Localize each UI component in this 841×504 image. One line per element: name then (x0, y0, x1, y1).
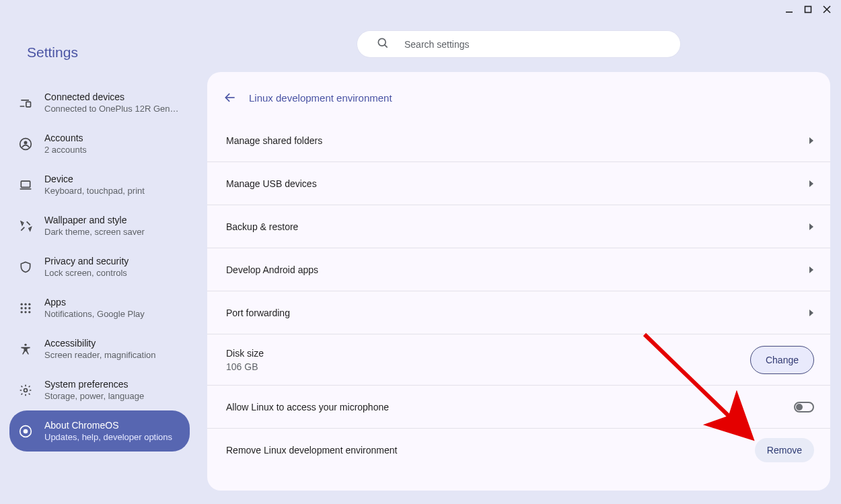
svg-point-18 (24, 388, 28, 392)
sidebar-item-connected-devices[interactable]: Connected devices Connected to OnePlus 1… (9, 82, 190, 123)
panel-title: Linux development environment (249, 92, 392, 104)
svg-marker-26 (809, 223, 813, 230)
sidebar-item-label: System preferences (44, 379, 144, 390)
svg-point-15 (24, 311, 26, 313)
row-disk-size: Disk size 106 GB Change (207, 334, 830, 386)
row-port-forwarding[interactable]: Port forwarding (207, 291, 830, 334)
chrome-icon (19, 425, 32, 438)
chevron-right-icon (809, 137, 814, 144)
sidebar-item-privacy[interactable]: Privacy and security Lock screen, contro… (9, 246, 190, 287)
chevron-right-icon (809, 180, 814, 187)
sidebar: Settings Connected devices Connected to … (0, 19, 195, 504)
microphone-toggle[interactable] (794, 402, 814, 412)
svg-point-20 (24, 429, 28, 433)
row-title: Manage USB devices (226, 178, 317, 189)
window-titlebar (0, 0, 841, 19)
row-manage-usb-devices[interactable]: Manage USB devices (207, 162, 830, 205)
search-bar[interactable] (357, 31, 680, 57)
sidebar-item-label: Connected devices (44, 92, 179, 102)
row-title: Manage shared folders (226, 135, 322, 146)
account-icon (19, 137, 32, 151)
shield-icon (19, 260, 32, 274)
remove-button[interactable]: Remove (755, 438, 814, 462)
row-title: Remove Linux development environment (226, 445, 397, 456)
row-microphone-access: Allow Linux to access your microphone (207, 386, 830, 429)
style-icon (19, 219, 32, 233)
sidebar-item-sub: Lock screen, controls (44, 268, 129, 278)
sidebar-item-label: Privacy and security (44, 256, 129, 266)
row-title: Disk size (226, 348, 264, 359)
svg-point-16 (28, 311, 30, 313)
svg-point-14 (21, 311, 23, 313)
accessibility-icon (19, 343, 32, 356)
svg-point-9 (24, 303, 26, 305)
chevron-right-icon (809, 266, 814, 273)
svg-point-11 (21, 307, 23, 309)
disk-size-value: 106 GB (226, 361, 264, 372)
svg-marker-28 (809, 310, 813, 316)
svg-marker-24 (809, 137, 813, 144)
content-panel: Linux development environment Manage sha… (207, 72, 830, 491)
search-icon (376, 36, 390, 52)
sidebar-item-about[interactable]: About ChromeOS Updates, help, developer … (9, 410, 190, 452)
row-title: Develop Android apps (226, 264, 318, 275)
back-arrow-icon[interactable] (223, 91, 237, 104)
sidebar-item-sub: Storage, power, language (44, 391, 144, 401)
svg-point-5 (24, 141, 28, 144)
sidebar-item-label: Wallpaper and style (44, 215, 145, 225)
row-title: Backup & restore (226, 221, 298, 232)
row-title: Port forwarding (226, 308, 290, 318)
gear-icon (19, 384, 32, 397)
chevron-right-icon (809, 310, 814, 316)
sidebar-item-sub: Screen reader, magnification (44, 350, 155, 360)
svg-point-8 (21, 303, 23, 305)
svg-point-13 (28, 307, 30, 309)
sidebar-item-label: Accessibility (44, 338, 155, 349)
change-button[interactable]: Change (750, 346, 814, 374)
sidebar-item-sub: Keyboard, touchpad, print (44, 186, 145, 196)
svg-marker-25 (809, 180, 813, 187)
sidebar-item-accounts[interactable]: Accounts 2 accounts (9, 123, 190, 164)
close-icon[interactable] (822, 5, 832, 14)
sidebar-item-label: Apps (44, 297, 145, 308)
svg-rect-1 (805, 7, 811, 13)
sidebar-item-device[interactable]: Device Keyboard, touchpad, print (9, 164, 190, 205)
maximize-icon[interactable] (803, 5, 813, 14)
sidebar-item-sub: Dark theme, screen saver (44, 227, 145, 237)
sidebar-item-sub: Connected to OnePlus 12R Gens... (44, 104, 179, 114)
row-manage-shared-folders[interactable]: Manage shared folders (207, 119, 830, 162)
laptop-icon (19, 178, 32, 192)
row-develop-android-apps[interactable]: Develop Android apps (207, 248, 830, 291)
svg-point-21 (378, 38, 386, 46)
sidebar-item-apps[interactable]: Apps Notifications, Google Play (9, 287, 190, 328)
sidebar-item-sub: Notifications, Google Play (44, 309, 145, 319)
sidebar-item-label: Accounts (44, 133, 87, 143)
app-title: Settings (0, 27, 195, 82)
minimize-icon[interactable] (784, 5, 794, 14)
svg-point-17 (24, 343, 26, 345)
svg-rect-6 (21, 181, 30, 187)
sidebar-item-sub: 2 accounts (44, 145, 87, 155)
svg-point-12 (24, 307, 26, 309)
row-backup-restore[interactable]: Backup & restore (207, 205, 830, 248)
chevron-right-icon (809, 223, 814, 230)
svg-line-22 (385, 44, 388, 47)
sidebar-item-system-prefs[interactable]: System preferences Storage, power, langu… (9, 369, 190, 410)
sidebar-item-label: About ChromeOS (44, 420, 172, 431)
devices-icon (19, 96, 32, 110)
svg-point-10 (28, 303, 30, 305)
sidebar-item-sub: Updates, help, developer options (44, 432, 172, 442)
sidebar-item-accessibility[interactable]: Accessibility Screen reader, magnificati… (9, 328, 190, 369)
row-title: Allow Linux to access your microphone (226, 402, 389, 412)
sidebar-item-label: Device (44, 174, 145, 184)
svg-marker-27 (809, 266, 813, 273)
sidebar-item-wallpaper[interactable]: Wallpaper and style Dark theme, screen s… (9, 205, 190, 246)
apps-grid-icon (19, 301, 32, 315)
search-input[interactable] (404, 39, 661, 50)
row-remove-linux: Remove Linux development environment Rem… (207, 429, 830, 472)
